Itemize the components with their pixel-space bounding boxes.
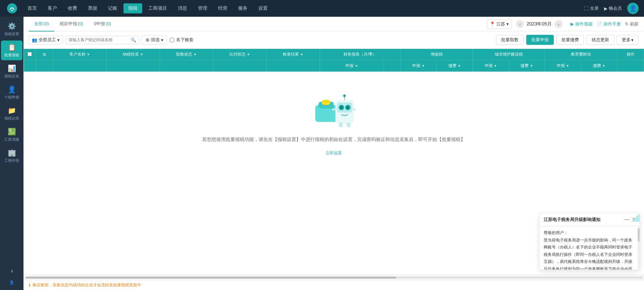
th-fetch-status: 取数状态 ▼ xyxy=(160,49,213,60)
operation-video-button[interactable]: ▶ 操作视频 xyxy=(571,21,593,27)
notification-title: 江苏电子税务局升级影响通知 xyxy=(544,217,600,223)
fullscreen-icon: ⛶ xyxy=(584,6,589,11)
manual-icon: 📄 xyxy=(597,21,602,26)
tab-all-label: 全部 xyxy=(34,21,43,27)
nav-settings[interactable]: 设置 xyxy=(254,3,272,13)
batch-pay-button[interactable]: 批量缴费 xyxy=(556,35,584,45)
fullscreen-button[interactable]: ⛶ 全屏 xyxy=(584,5,599,11)
nav-operation[interactable]: 经营 xyxy=(213,3,232,13)
nav-bookkeeping[interactable]: 记账 xyxy=(103,3,122,13)
search-input[interactable] xyxy=(68,38,129,42)
notif-close-button[interactable]: × xyxy=(632,216,636,223)
notif-scrollbar-thumb xyxy=(638,228,640,241)
name-account-checkbox[interactable] xyxy=(170,38,174,42)
checkbox-label[interactable]: 名下账套 xyxy=(170,37,194,43)
th-compare-status: 比对状态 ▼ xyxy=(213,49,266,60)
sidebar-item-batch-tax[interactable]: 📋 批量报税 xyxy=(1,41,22,60)
horizontal-scrollbar[interactable]: ‹ xyxy=(23,275,644,280)
th2-edu-pay: 缴费 ▼ xyxy=(581,60,617,72)
tab-zero-declare[interactable]: 0申报 (0) xyxy=(89,17,116,31)
batch-fetch-button[interactable]: 批量取数 xyxy=(496,35,524,45)
next-month-button[interactable]: › xyxy=(554,20,562,28)
notification-body: 尊敬的用户： 受当前电子税务局进一步升级的影响，同一个政务网账号（办税人）名下的… xyxy=(540,226,640,270)
th-tax-nature: 纳税性质 ▼ xyxy=(106,49,160,60)
sidebar-item-annual-report[interactable]: 🏢 工商年报 xyxy=(1,146,22,166)
th2-checkbox xyxy=(24,60,36,72)
tab-tax-declare-count: (0) xyxy=(78,21,83,26)
region-icon: 📍 xyxy=(490,21,495,26)
nav-customer[interactable]: 客户 xyxy=(43,3,62,13)
sidebar-item-settlement[interactable]: 💹 汇算清缴 xyxy=(1,125,22,145)
nav-billing[interactable]: 收费 xyxy=(63,3,82,13)
svg-point-0 xyxy=(7,3,17,13)
video-icon: ▶ xyxy=(571,21,574,26)
notif-scrollbar[interactable] xyxy=(638,227,640,270)
tab-all-count: (0) xyxy=(44,21,49,26)
sidebar-item-personal-tax[interactable]: 👤 个税申报 xyxy=(1,83,22,102)
nav-message[interactable]: 消息 xyxy=(173,3,192,13)
th-city-maintenance: 城市维护建设税 xyxy=(473,49,545,60)
tab-tax-declare[interactable]: 税款申报 (0) xyxy=(54,17,89,31)
prev-month-button[interactable]: ‹ xyxy=(516,20,524,28)
employee-chevron-icon: ▾ xyxy=(57,38,60,43)
th2-settings xyxy=(36,60,53,72)
filter-icon: ⚙ xyxy=(146,38,150,43)
fullscreen-label: 全屏 xyxy=(590,5,599,11)
th2-operation xyxy=(617,60,644,72)
user-avatar[interactable]: 👤 xyxy=(627,3,639,14)
th-customer-name: 客户名称 ▼ xyxy=(53,49,106,60)
data-table: ⚙ 客户名称 ▼ 纳税性质 ▼ 取数状态 ▼ 比对状态 ▼ 检查结果 ▼ 财务报… xyxy=(23,49,644,176)
status-update-button[interactable]: 状态更新 xyxy=(587,35,614,45)
chevron-down-icon: ▾ xyxy=(506,21,509,26)
nav-business[interactable]: 工商项目 xyxy=(144,3,172,13)
more-label: 更多 xyxy=(622,37,631,43)
th-operation: 操作 xyxy=(617,49,644,60)
sidebar-user[interactable]: 👤 xyxy=(1,278,22,287)
setup-link[interactable]: 立即设置 xyxy=(326,150,342,156)
employee-select[interactable]: 👥 全部员工 ▾ xyxy=(29,35,63,45)
nav-home[interactable]: 首页 xyxy=(23,3,42,13)
nav-tax[interactable]: 报税 xyxy=(123,3,142,13)
th2-edu-declare: 申报 ▼ xyxy=(545,60,581,72)
membership-button[interactable]: ▶ 畅会员 xyxy=(604,5,622,11)
refresh-button[interactable]: ↻ 刷新 xyxy=(625,21,639,27)
settlement-icon: 💹 xyxy=(8,128,16,136)
svg-rect-17 xyxy=(353,108,356,111)
empty-state-row: 若您想使用批量报税功能，请先在【报税设置】中进行报税的初始化设置，完成密码验证和… xyxy=(24,72,644,176)
filter-button[interactable]: ⚙ 筛选 ▾ xyxy=(142,35,167,45)
region-selector[interactable]: 📍 江苏 ▾ xyxy=(487,19,512,29)
sidebar-item-tax-records[interactable]: 📁 报税记录 xyxy=(1,104,22,124)
operation-manual-label: 操作手册 xyxy=(603,21,621,27)
sidebar-item-label: 报税记录 xyxy=(4,116,19,121)
sidebar-item-label: 个税申报 xyxy=(4,95,19,100)
nav-invoice[interactable]: 票据 xyxy=(83,3,102,13)
tab-bar: 全部 (0) 税款申报 (0) 0申报 (0) 📍 江苏 ▾ ‹ 2023年05… xyxy=(23,17,644,31)
top-navigation: 首页 客户 收费 票据 记账 报税 工商项目 消息 管理 经营 服务 设置 ⛶ … xyxy=(0,0,644,17)
tax-records-icon: 📁 xyxy=(8,106,16,115)
warning-text: 验证账密、采集信息均成功的企业才会流转至批量报税页面中 xyxy=(33,282,141,288)
notification-panel: 江苏电子税务局升级影响通知 — × 尊敬的用户： 受当前电子税务局进一步升级的影… xyxy=(539,213,640,270)
batch-declare-button[interactable]: 批量申报 xyxy=(526,35,554,45)
th-financial-report: 财务报表（月/季） xyxy=(320,49,400,60)
th-education-fee: 教育费附加 xyxy=(545,49,617,60)
scroll-thumb xyxy=(26,277,396,279)
sidebar-item-tax-settings[interactable]: ⚙️ 报税设置 xyxy=(1,19,22,39)
operation-manual-button[interactable]: 📄 操作手册 xyxy=(597,21,621,27)
notif-minimize-button[interactable]: — xyxy=(624,217,629,223)
nav-management[interactable]: 管理 xyxy=(193,3,212,13)
tab-all[interactable]: 全部 (0) xyxy=(29,17,54,31)
select-all-checkbox[interactable] xyxy=(28,52,32,56)
personal-tax-icon: 👤 xyxy=(8,85,16,93)
more-button[interactable]: 更多 ▾ xyxy=(617,35,639,45)
svg-point-7 xyxy=(322,100,330,103)
robot-illustration xyxy=(312,92,356,129)
user-icon: 👤 xyxy=(9,280,14,285)
svg-point-12 xyxy=(340,106,343,109)
sidebar-item-tax-overview[interactable]: 📊 报税总览 xyxy=(1,62,22,81)
nav-service[interactable]: 服务 xyxy=(233,3,252,13)
tab-right-actions: ▶ 操作视频 📄 操作手册 ↻ 刷新 xyxy=(571,21,639,27)
th2-city-declare: 申报 ▼ xyxy=(473,60,509,72)
th2-customer-name xyxy=(53,60,106,72)
sidebar-download[interactable]: ⬇ xyxy=(1,267,22,276)
operation-video-label: 操作视频 xyxy=(575,21,593,27)
